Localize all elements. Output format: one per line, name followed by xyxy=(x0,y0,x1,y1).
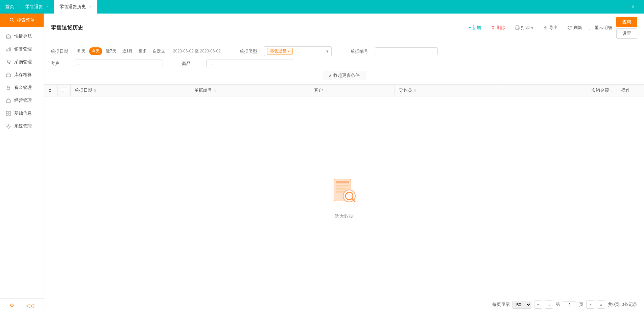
product-placeholder: ... xyxy=(209,61,213,66)
last-page-button[interactable]: » xyxy=(597,300,605,309)
svg-rect-9 xyxy=(7,87,10,90)
delete-button[interactable]: 删除 xyxy=(488,23,508,32)
sidebar: 搜索菜单 快捷导航 xyxy=(0,14,44,312)
svg-rect-5 xyxy=(9,48,10,51)
total-info: 共0页, 0条记录 xyxy=(608,302,637,308)
tab-retail-return-close[interactable]: × xyxy=(46,5,48,9)
page-header: 零售退货历史 + 新增 删除 打印 ▾ xyxy=(44,14,644,42)
delete-icon xyxy=(491,25,495,30)
th-action: 操作 xyxy=(617,85,644,96)
tab-home[interactable]: 首页 xyxy=(0,0,20,14)
svg-rect-12 xyxy=(9,111,10,113)
filter-row-2: 客户 ... 商品 ... xyxy=(51,60,637,67)
svg-rect-20 xyxy=(336,185,349,186)
svg-rect-19 xyxy=(336,181,349,183)
date-label: 单据日期 xyxy=(51,48,70,54)
page-input[interactable] xyxy=(563,301,576,308)
display-toggle: 显示明细 xyxy=(589,25,612,31)
tab-retail-return-history[interactable]: 零售退货历史 × xyxy=(54,0,97,14)
svg-point-7 xyxy=(9,63,10,64)
window-close-button[interactable]: × xyxy=(627,4,639,10)
doctype-select[interactable]: 零售退货 × ▾ xyxy=(264,46,332,56)
svg-rect-3 xyxy=(6,50,7,51)
new-button[interactable]: + 新增 xyxy=(466,23,484,32)
customer-select[interactable]: ... xyxy=(75,60,163,67)
product-label: 商品 xyxy=(182,61,201,67)
shopping-icon xyxy=(5,59,11,65)
date-btn-1month[interactable]: 近1月 xyxy=(120,47,135,55)
search-icon xyxy=(9,18,14,23)
th-guide: 导购员 ⇅ xyxy=(395,85,497,96)
page-unit: 页 xyxy=(579,302,583,308)
sort-icon-date: ⇅ xyxy=(94,89,96,92)
collapse-icon: ∧ xyxy=(329,73,332,78)
table-header-row: ⚙ 单据日期 ⇅ 单据编号 xyxy=(44,85,644,96)
tab-retail-return-history-close[interactable]: × xyxy=(89,5,91,9)
sidebar-item-quick-nav[interactable]: 快捷导航 xyxy=(0,30,44,43)
empty-state: 暂无数据 xyxy=(44,96,644,297)
tab-retail-return[interactable]: 零售退货 × xyxy=(20,0,54,14)
date-shortcuts: 昨天 今天 近7天 近1月 更多 自定义 xyxy=(75,47,167,55)
sound-icon[interactable]: ◁◁ xyxy=(26,302,34,309)
svg-rect-10 xyxy=(6,100,10,103)
date-btn-custom[interactable]: 自定义 xyxy=(150,47,167,55)
doctype-label: 单据类型 xyxy=(240,48,259,54)
main-layout: 搜索菜单 快捷导航 xyxy=(0,14,644,312)
tab-retail-return-label: 零售退货 xyxy=(25,4,43,10)
content-area: 零售退货历史 + 新增 删除 打印 ▾ xyxy=(44,14,644,312)
sidebar-item-purchase[interactable]: 采购管理 xyxy=(0,55,44,68)
th-customer: 客户 ⇅ xyxy=(310,85,395,96)
sidebar-item-label: 库存核算 xyxy=(14,72,32,78)
setting-button[interactable]: 设置 xyxy=(616,28,637,39)
sort-icon-docnum: ⇅ xyxy=(213,89,216,92)
doctype-tag-close[interactable]: × xyxy=(288,49,290,53)
refresh-icon xyxy=(567,25,572,30)
grid-icon xyxy=(5,110,11,116)
sidebar-item-operations[interactable]: 经营管理 xyxy=(0,94,44,107)
sort-icon-amount: ⇅ xyxy=(610,89,613,92)
svg-point-26 xyxy=(347,193,349,195)
sidebar-item-label: 资金管理 xyxy=(14,85,32,91)
sidebar-menu: 快捷导航 销售管理 xyxy=(0,27,44,298)
sidebar-item-basic-info[interactable]: 基础信息 xyxy=(0,107,44,120)
first-page-button[interactable]: « xyxy=(534,300,542,309)
print-arrow: ▾ xyxy=(531,25,533,30)
sidebar-item-label: 基础信息 xyxy=(14,110,32,116)
docnumber-input[interactable] xyxy=(375,47,438,55)
query-button[interactable]: 查询 xyxy=(616,17,637,27)
per-page-select[interactable]: 50 20 100 xyxy=(512,301,531,309)
svg-rect-11 xyxy=(6,111,8,113)
per-page-label: 每页显示 xyxy=(492,302,510,308)
collapse-button[interactable]: ∧ 收起更多条件 xyxy=(323,71,365,80)
date-btn-yesterday[interactable]: 昨天 xyxy=(75,47,88,55)
sidebar-search[interactable]: 搜索菜单 xyxy=(0,14,44,27)
refresh-button[interactable]: 刷新 xyxy=(565,23,585,32)
sidebar-item-label: 快捷导航 xyxy=(14,33,32,39)
sidebar-item-sales[interactable]: 销售管理 xyxy=(0,43,44,55)
table-gear-icon[interactable]: ⚙ xyxy=(48,88,52,93)
sidebar-item-system[interactable]: 系统管理 xyxy=(0,120,44,133)
sidebar-bottom: ⚙ ◁◁ xyxy=(0,298,44,312)
th-docnum: 单据编号 ⇅ xyxy=(190,85,310,96)
sidebar-item-inventory[interactable]: 库存核算 xyxy=(0,68,44,81)
svg-point-15 xyxy=(8,126,9,127)
next-page-button[interactable]: › xyxy=(586,300,594,309)
product-select[interactable]: ... xyxy=(206,60,294,67)
home-icon xyxy=(5,33,11,39)
sidebar-item-finance[interactable]: 资金管理 xyxy=(0,81,44,94)
gear-bottom-icon[interactable]: ⚙ xyxy=(9,302,14,309)
header-actions: + 新增 删除 打印 ▾ xyxy=(466,17,637,39)
export-button[interactable]: 导出 xyxy=(540,23,560,32)
filter-area: 单据日期 昨天 今天 近7天 近1月 更多 自定义 2023-06-02 至 2… xyxy=(44,42,644,85)
collapse-label: 收起更多条件 xyxy=(333,72,360,79)
display-toggle-checkbox[interactable] xyxy=(589,26,593,30)
date-btn-more[interactable]: 更多 xyxy=(136,47,149,55)
sidebar-search-label: 搜索菜单 xyxy=(17,17,34,23)
prev-page-button[interactable]: ‹ xyxy=(545,300,553,309)
date-btn-today[interactable]: 今天 xyxy=(89,47,102,55)
select-all-checkbox[interactable] xyxy=(62,88,66,92)
tab-home-label: 首页 xyxy=(5,4,14,10)
pagination: 每页显示 50 20 100 « ‹ 第 页 › » 共0页, 0条记录 xyxy=(44,297,644,312)
date-btn-7days[interactable]: 近7天 xyxy=(103,47,119,55)
print-button[interactable]: 打印 ▾ xyxy=(512,23,536,32)
